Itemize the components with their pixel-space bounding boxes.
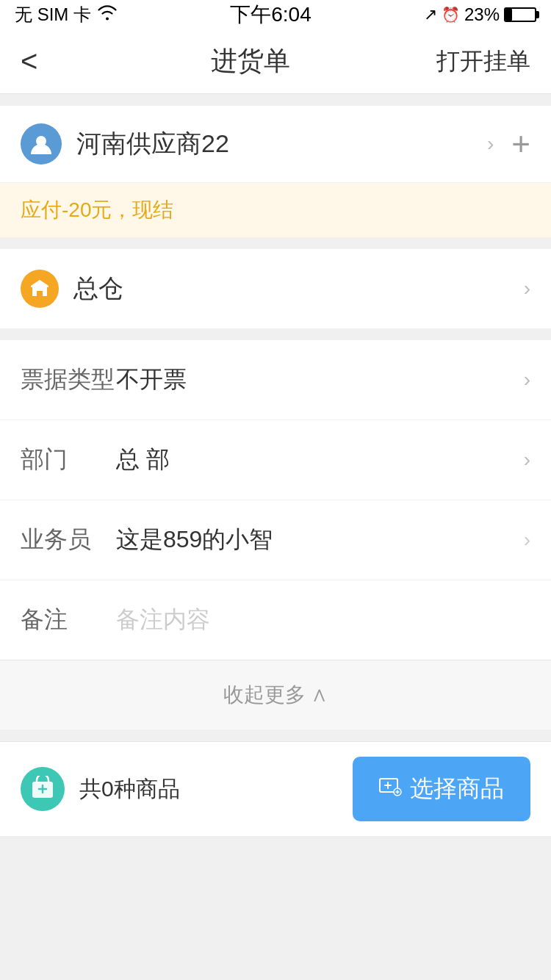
alarm-icon: ⏰ — [442, 6, 460, 24]
open-pending-button[interactable]: 打开挂单 — [436, 46, 530, 78]
wifi-icon — [97, 4, 118, 25]
warehouse-chevron-icon: › — [524, 277, 530, 300]
page-title: 进货单 — [211, 43, 290, 79]
invoice-row[interactable]: 票据类型 不开票 › — [0, 340, 551, 419]
supplier-section: 河南供应商22 › + 应付-20元，现结 — [0, 106, 551, 237]
supplier-avatar — [21, 123, 62, 165]
mid-divider2 — [0, 328, 551, 340]
top-divider — [0, 94, 551, 106]
location-icon: ↗ — [424, 5, 437, 24]
warehouse-row[interactable]: 总仓 › — [0, 249, 551, 328]
invoice-value: 不开票 — [116, 364, 524, 396]
invoice-label: 票据类型 — [21, 364, 116, 396]
select-product-button[interactable]: 选择商品 — [353, 757, 530, 821]
sales-label: 业务员 — [21, 524, 116, 556]
carrier-label: 无 SIM 卡 — [15, 3, 91, 26]
supplier-row[interactable]: 河南供应商22 › + — [0, 106, 551, 183]
add-supplier-button[interactable]: + — [511, 126, 530, 162]
sales-row[interactable]: 业务员 这是859的小智 › — [0, 500, 551, 580]
notice-bar: 应付-20元，现结 — [0, 183, 551, 237]
product-icon — [21, 767, 65, 811]
supplier-chevron-icon: › — [487, 132, 494, 156]
remark-label: 备注 — [21, 604, 116, 636]
warehouse-name: 总仓 — [73, 272, 524, 306]
notice-text: 应付-20元，现结 — [21, 198, 173, 221]
supplier-name: 河南供应商22 — [76, 127, 487, 161]
dept-value: 总 部 — [116, 444, 524, 476]
sales-chevron-icon: › — [524, 528, 530, 552]
warehouse-icon — [21, 270, 59, 308]
gray-area — [0, 836, 551, 980]
nav-bar: < 进货单 打开挂单 — [0, 29, 551, 94]
warehouse-section: 总仓 › — [0, 249, 551, 328]
dept-chevron-icon: › — [524, 448, 530, 472]
time-label: 下午6:04 — [230, 1, 311, 29]
collapse-label: 收起更多 ∧ — [223, 683, 328, 706]
status-bar: 无 SIM 卡 下午6:04 ↗ ⏰ 23% — [0, 0, 551, 29]
back-button[interactable]: < — [21, 45, 65, 78]
sales-value: 这是859的小智 — [116, 524, 524, 556]
remark-input[interactable]: 备注内容 — [116, 604, 530, 636]
battery-percent: 23% — [464, 4, 500, 25]
svg-rect-2 — [37, 291, 43, 296]
select-product-label: 选择商品 — [410, 773, 504, 805]
form-section: 票据类型 不开票 › 部门 总 部 › 业务员 这是859的小智 › 备注 备注… — [0, 340, 551, 729]
dept-label: 部门 — [21, 444, 116, 476]
product-bar: 共0种商品 选择商品 — [0, 741, 551, 836]
battery-icon — [504, 7, 536, 22]
remark-row[interactable]: 备注 备注内容 — [0, 580, 551, 660]
select-product-icon — [379, 777, 403, 802]
status-right: ↗ ⏰ 23% — [424, 4, 536, 25]
bottom-divider — [0, 729, 551, 741]
invoice-chevron-icon: › — [524, 368, 530, 392]
status-left: 无 SIM 卡 — [15, 3, 118, 26]
mid-divider1 — [0, 237, 551, 249]
dept-row[interactable]: 部门 总 部 › — [0, 419, 551, 500]
collapse-bar[interactable]: 收起更多 ∧ — [0, 660, 551, 729]
product-count: 共0种商品 — [79, 774, 353, 804]
